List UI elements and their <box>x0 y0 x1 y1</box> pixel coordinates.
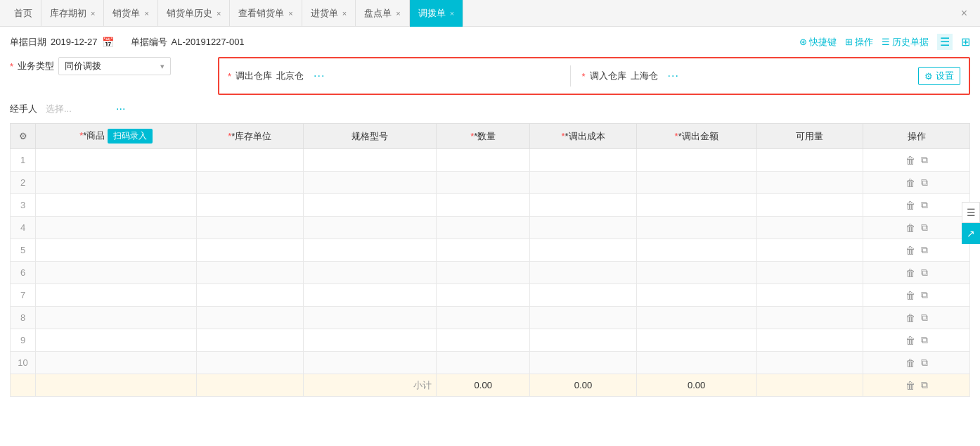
amount-cell[interactable] <box>636 352 756 374</box>
product-cell[interactable] <box>36 217 197 239</box>
qty-cell[interactable] <box>437 284 530 307</box>
amount-cell[interactable] <box>636 329 756 352</box>
cost-cell[interactable] <box>530 329 637 352</box>
product-cell[interactable] <box>36 149 197 172</box>
history-action[interactable]: ☰ 历史单据 <box>882 36 929 49</box>
copy-row-icon[interactable]: ⧉ <box>921 334 928 346</box>
warehouse-out-dots[interactable]: ··· <box>314 70 325 82</box>
unit-cell[interactable] <box>197 149 304 172</box>
amount-cell[interactable] <box>636 239 756 262</box>
close-tab-inventory-init[interactable]: × <box>91 9 95 18</box>
delete-row-icon[interactable]: 🗑 <box>905 312 915 324</box>
tab-home[interactable]: 首页 <box>6 0 41 27</box>
delete-row-icon[interactable]: 🗑 <box>905 177 915 189</box>
product-cell[interactable] <box>36 239 197 262</box>
product-cell[interactable] <box>36 352 197 374</box>
copy-row-icon[interactable]: ⧉ <box>921 312 928 324</box>
close-tab-purchase-order[interactable]: × <box>342 9 347 18</box>
layout-grid-icon[interactable]: ⊞ <box>961 35 970 49</box>
qty-cell[interactable] <box>437 194 530 217</box>
business-type-select[interactable]: 同价调拨 ▾ <box>58 57 171 75</box>
amount-cell[interactable] <box>636 149 756 172</box>
settings-button[interactable]: ⚙ 设置 <box>918 67 960 85</box>
product-cell[interactable] <box>36 307 197 329</box>
warehouse-in-dots[interactable]: ··· <box>668 70 679 82</box>
tab-view-sales[interactable]: 查看销货单 × <box>230 0 302 27</box>
shortcut-action[interactable]: ⊛ 快捷键 <box>799 36 837 49</box>
qty-cell[interactable] <box>437 172 530 194</box>
unit-cell[interactable] <box>197 217 304 239</box>
qty-cell[interactable] <box>437 307 530 329</box>
cost-cell[interactable] <box>530 194 637 217</box>
copy-row-icon[interactable]: ⧉ <box>921 267 928 279</box>
close-tab-view-sales[interactable]: × <box>288 9 292 18</box>
close-tab-sales-history[interactable]: × <box>217 9 221 18</box>
unit-cell[interactable] <box>197 194 304 217</box>
amount-cell[interactable] <box>636 194 756 217</box>
qty-cell[interactable] <box>437 217 530 239</box>
delete-row-icon[interactable]: 🗑 <box>905 155 915 166</box>
qty-cell[interactable] <box>437 329 530 352</box>
qty-cell[interactable] <box>437 149 530 172</box>
spec-cell[interactable] <box>303 307 437 329</box>
delete-row-icon[interactable]: 🗑 <box>905 200 915 211</box>
delete-row-icon[interactable]: 🗑 <box>905 245 915 256</box>
qty-cell[interactable] <box>437 262 530 284</box>
layout-list-icon[interactable]: ☰ <box>937 34 953 50</box>
copy-row-icon[interactable]: ⧉ <box>921 199 928 211</box>
amount-cell[interactable] <box>636 262 756 284</box>
delete-row-icon[interactable]: 🗑 <box>905 335 915 346</box>
spec-cell[interactable] <box>303 217 437 239</box>
product-cell[interactable] <box>36 284 197 307</box>
cost-cell[interactable] <box>530 149 637 172</box>
copy-row-icon[interactable]: ⧉ <box>921 289 928 301</box>
tab-transfer[interactable]: 调拨单 × <box>410 0 463 27</box>
copy-row-icon[interactable]: ⧉ <box>921 177 928 189</box>
tab-purchase-order[interactable]: 进货单 × <box>302 0 356 27</box>
unit-cell[interactable] <box>197 262 304 284</box>
close-all-tabs[interactable]: × <box>954 7 974 20</box>
unit-cell[interactable] <box>197 352 304 374</box>
product-cell[interactable] <box>36 329 197 352</box>
delete-row-icon[interactable]: 🗑 <box>905 380 915 391</box>
unit-cell[interactable] <box>197 284 304 307</box>
copy-row-icon[interactable]: ⧉ <box>921 154 928 166</box>
calendar-icon[interactable]: 📅 <box>102 37 114 48</box>
cost-cell[interactable] <box>530 352 637 374</box>
spec-cell[interactable] <box>303 194 437 217</box>
cost-cell[interactable] <box>530 217 637 239</box>
cost-cell[interactable] <box>530 239 637 262</box>
close-tab-transfer[interactable]: × <box>450 9 454 18</box>
spec-cell[interactable] <box>303 329 437 352</box>
tab-inventory-init[interactable]: 库存期初 × <box>41 0 104 27</box>
cost-cell[interactable] <box>530 284 637 307</box>
unit-cell[interactable] <box>197 172 304 194</box>
spec-cell[interactable] <box>303 149 437 172</box>
delete-row-icon[interactable]: 🗑 <box>905 290 915 301</box>
amount-cell[interactable] <box>636 172 756 194</box>
delete-row-icon[interactable]: 🗑 <box>905 267 915 279</box>
qty-cell[interactable] <box>437 239 530 262</box>
amount-cell[interactable] <box>636 307 756 329</box>
product-cell[interactable] <box>36 262 197 284</box>
product-cell[interactable] <box>36 194 197 217</box>
table-settings-icon[interactable]: ⚙ <box>19 131 27 141</box>
spec-cell[interactable] <box>303 172 437 194</box>
right-panel-export-btn[interactable]: ↗ <box>962 223 980 244</box>
copy-row-icon[interactable]: ⧉ <box>921 222 928 234</box>
scan-button[interactable]: 扫码录入 <box>108 129 153 144</box>
spec-cell[interactable] <box>303 352 437 374</box>
tab-sales-order[interactable]: 销货单 × <box>104 0 157 27</box>
tab-sales-history[interactable]: 销货单历史 × <box>158 0 230 27</box>
delete-row-icon[interactable]: 🗑 <box>905 357 915 369</box>
amount-cell[interactable] <box>636 284 756 307</box>
cost-cell[interactable] <box>530 262 637 284</box>
unit-cell[interactable] <box>197 329 304 352</box>
close-tab-sales-order[interactable]: × <box>144 9 148 18</box>
product-cell[interactable] <box>36 172 197 194</box>
handler-select[interactable]: 选择... <box>41 101 112 117</box>
copy-row-icon[interactable]: ⧉ <box>921 357 928 369</box>
right-panel-list-btn[interactable]: ☰ <box>962 202 980 223</box>
handler-dots[interactable]: ··· <box>116 103 125 115</box>
spec-cell[interactable] <box>303 284 437 307</box>
